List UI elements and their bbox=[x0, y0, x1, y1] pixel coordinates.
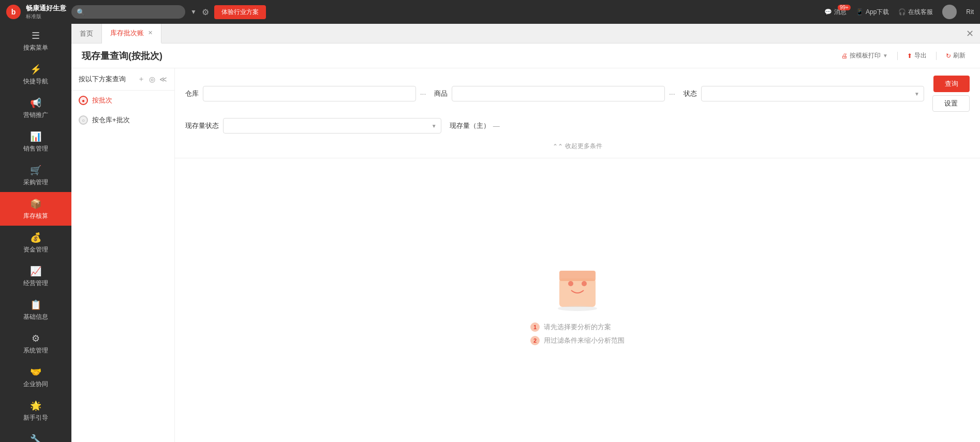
empty-svg bbox=[546, 255, 608, 312]
configure-scheme-icon[interactable]: ◎ bbox=[149, 75, 155, 83]
scheme-icon-warehouse-batch: ○ bbox=[79, 115, 88, 125]
warehouse-dots-icon[interactable]: ··· bbox=[420, 90, 426, 98]
page-title: 现存量查询(按批次) bbox=[82, 50, 837, 62]
export-btn[interactable]: ⬆ 导出 bbox=[903, 49, 931, 62]
operations-icon: 📈 bbox=[30, 266, 41, 277]
sidebar-item-operations[interactable]: 📈 经营管理 bbox=[0, 259, 71, 293]
filter-product: 商品 ··· bbox=[434, 86, 675, 101]
left-panel: 按以下方案查询 ＋ ◎ ≪ ● 按批次 ○ 按仓库+批次 bbox=[71, 68, 175, 442]
tab-bar: 首页 库存批次账 ✕ ✕ bbox=[71, 24, 980, 43]
search-input[interactable] bbox=[88, 8, 180, 16]
online-service-label: 在线客服 bbox=[908, 8, 933, 17]
sidebar-item-inventory[interactable]: 📦 库存核算 bbox=[0, 192, 71, 226]
trial-button[interactable]: 体验行业方案 bbox=[214, 5, 266, 19]
sidebar-item-apps[interactable]: 🔧 应用中心 bbox=[0, 428, 71, 442]
settings-icon[interactable]: ⚙ bbox=[202, 7, 209, 17]
scheme-label-warehouse-batch: 按仓库+批次 bbox=[92, 115, 130, 125]
left-panel-header: 按以下方案查询 ＋ ◎ ≪ bbox=[71, 68, 174, 91]
search-icon: 🔍 bbox=[77, 8, 85, 16]
system-icon: ⚙ bbox=[32, 333, 40, 344]
sidebar-item-sales[interactable]: 📊 销售管理 bbox=[0, 125, 71, 158]
print-template-label: 按模板打印 bbox=[850, 51, 881, 60]
product-dots-icon[interactable]: ··· bbox=[669, 90, 675, 98]
print-dropdown-icon[interactable]: ▼ bbox=[883, 53, 888, 58]
product-filter-input[interactable] bbox=[452, 86, 665, 101]
sidebar-item-basics[interactable]: 📋 基础信息 bbox=[0, 293, 71, 327]
online-service-btn[interactable]: 🎧 在线客服 bbox=[898, 8, 933, 17]
sidebar-item-label: 资金管理 bbox=[23, 245, 48, 254]
sidebar-item-guide[interactable]: 🌟 新手引导 bbox=[0, 394, 71, 428]
status-dropdown-icon: ▼ bbox=[914, 91, 919, 97]
filter-area: 仓库 ··· 商品 ··· 状态 bbox=[175, 68, 980, 158]
inventory-icon: 📦 bbox=[30, 198, 41, 210]
sidebar-item-label: 库存核算 bbox=[23, 212, 48, 220]
search-bar[interactable]: 🔍 bbox=[71, 5, 185, 19]
hint-text-2: 用过滤条件来缩小分析范围 bbox=[544, 336, 625, 345]
sidebar-item-purchase[interactable]: 🛒 采购管理 bbox=[0, 158, 71, 192]
collapse-filters-btn[interactable]: ⌃⌃ 收起更多条件 bbox=[185, 140, 970, 151]
filter-row-1: 仓库 ··· 商品 ··· 状态 bbox=[185, 76, 970, 112]
sidebar-item-label: 快捷导航 bbox=[23, 77, 48, 86]
status-filter-select[interactable]: ▼ bbox=[701, 86, 924, 101]
sidebar: ☰ 搜索菜单 ⚡ 快捷导航 📢 营销推广 📊 销售管理 🛒 采购管理 📦 库存核… bbox=[0, 24, 71, 442]
scheme-item-warehouse-batch[interactable]: ○ 按仓库+批次 bbox=[71, 110, 174, 130]
page-actions: 🖨 按模板打印 ▼ ⬆ 导出 ↻ 刷新 bbox=[837, 49, 970, 62]
app-logo: b bbox=[6, 5, 21, 19]
sidebar-item-label: 搜索菜单 bbox=[23, 43, 48, 52]
messages-btn[interactable]: 💬 消息 99+ bbox=[824, 8, 847, 17]
page-header: 现存量查询(按批次) 🖨 按模板打印 ▼ ⬆ 导出 ↻ 刷新 bbox=[71, 43, 980, 68]
user-avatar[interactable] bbox=[942, 5, 957, 19]
add-scheme-icon[interactable]: ＋ bbox=[138, 75, 145, 84]
sidebar-item-search[interactable]: ☰ 搜索菜单 bbox=[0, 24, 71, 57]
refresh-label: 刷新 bbox=[953, 51, 966, 60]
scheme-item-batch[interactable]: ● 按批次 bbox=[71, 91, 174, 110]
finance-icon: 💰 bbox=[30, 232, 41, 243]
tab-bar-close-icon[interactable]: ✕ bbox=[966, 28, 974, 39]
sidebar-item-system[interactable]: ⚙ 系统管理 bbox=[0, 327, 71, 360]
headset-icon: 🎧 bbox=[898, 8, 906, 16]
inventory-amount-label: 现存量（主） bbox=[450, 121, 490, 130]
sidebar-item-label: 营销推广 bbox=[23, 111, 48, 120]
hint-text-1: 请先选择要分析的方案 bbox=[544, 322, 611, 332]
apps-icon: 🔧 bbox=[30, 434, 41, 442]
basics-icon: 📋 bbox=[30, 299, 41, 311]
refresh-btn[interactable]: ↻ 刷新 bbox=[942, 49, 970, 62]
inventory-status-label: 现存量状态 bbox=[185, 121, 219, 130]
warehouse-filter-input[interactable] bbox=[203, 86, 416, 101]
search-dropdown-icon[interactable]: ▼ bbox=[190, 8, 197, 16]
tab-inventory-batch-label: 库存批次账 bbox=[110, 28, 144, 38]
sidebar-item-label: 企业协同 bbox=[23, 380, 48, 389]
tab-close-icon[interactable]: ✕ bbox=[148, 30, 153, 36]
company-name: 畅康通好生意 bbox=[26, 4, 66, 13]
top-bar: b 畅康通好生意 标准版 🔍 ▼ ⚙ 体验行业方案 💬 消息 99+ 📱 App… bbox=[0, 0, 980, 24]
sidebar-item-finance[interactable]: 💰 资金管理 bbox=[0, 226, 71, 259]
product-filter-label: 商品 bbox=[434, 89, 448, 98]
print-template-btn[interactable]: 🖨 按模板打印 ▼ bbox=[837, 49, 892, 62]
inventory-status-select[interactable]: ▼ bbox=[223, 118, 441, 134]
collapse-filters-label: 收起更多条件 bbox=[565, 142, 602, 151]
tab-home[interactable]: 首页 bbox=[71, 24, 102, 43]
tab-inventory-batch[interactable]: 库存批次账 ✕ bbox=[102, 24, 161, 43]
scheme-label-batch: 按批次 bbox=[92, 96, 112, 105]
filter-warehouse: 仓库 ··· bbox=[185, 86, 426, 101]
sidebar-item-quicknav[interactable]: ⚡ 快捷导航 bbox=[0, 57, 71, 91]
filter-inventory-amount: 现存量（主） — bbox=[450, 121, 706, 130]
settings-button[interactable]: 设置 bbox=[932, 95, 970, 112]
sidebar-item-label: 采购管理 bbox=[23, 178, 48, 187]
empty-hints: 1 请先选择要分析的方案 2 用过滤条件来缩小分析范围 bbox=[530, 322, 625, 345]
user-name[interactable]: Rit bbox=[966, 8, 974, 16]
content-area: 首页 库存批次账 ✕ ✕ 现存量查询(按批次) 🖨 按模板打印 ▼ ⬆ 导出 bbox=[71, 24, 980, 442]
search-menu-icon: ☰ bbox=[32, 30, 40, 41]
app-download-btn[interactable]: 📱 App下载 bbox=[856, 8, 889, 17]
collapse-panel-icon[interactable]: ≪ bbox=[159, 75, 167, 83]
query-button[interactable]: 查询 bbox=[933, 76, 970, 92]
phone-icon: 📱 bbox=[856, 8, 864, 16]
print-icon: 🖨 bbox=[841, 52, 848, 60]
purchase-icon: 🛒 bbox=[30, 165, 41, 176]
scheme-icon-batch: ● bbox=[79, 96, 88, 105]
sidebar-item-enterprise[interactable]: 🤝 企业协同 bbox=[0, 360, 71, 394]
svg-point-4 bbox=[558, 306, 597, 311]
empty-hint-2: 2 用过滤条件来缩小分析范围 bbox=[530, 336, 625, 345]
sidebar-item-marketing[interactable]: 📢 营销推广 bbox=[0, 91, 71, 125]
enterprise-icon: 🤝 bbox=[30, 366, 41, 378]
